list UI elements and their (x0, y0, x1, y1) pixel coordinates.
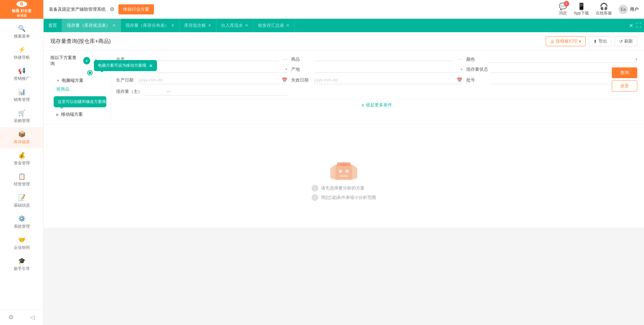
filter-row-2: 尺码 ▾ 产地 ▾ (116, 66, 637, 73)
sidebar-item-enterprise[interactable]: 🤝 企业协同 (0, 233, 43, 254)
goods-dots-icon[interactable]: ··· (458, 56, 462, 62)
main-content: 现存量查询(按仓库+商品) 🖨 按模板打印 ▾ ⬆ 导出 ↺ 刷新 (44, 32, 644, 325)
stock-sep: — (166, 89, 171, 94)
sidebar-item-quick-nav[interactable]: ⚡ 快捷导航 (0, 43, 43, 64)
svg-rect-0 (335, 165, 352, 180)
logo-area: 6 畅通·好生意 标准版 (0, 0, 43, 19)
produce-date-start[interactable]: yyyy-mm-dd 📅 (139, 76, 287, 84)
logo-sub: 标准版 (17, 13, 27, 18)
page-title: 现存量查询(按仓库+商品) (50, 38, 111, 45)
page-header: 现存量查询(按仓库+商品) 🖨 按模板打印 ▾ ⬆ 导出 ↺ 刷新 (44, 32, 644, 51)
tab-home-label: 首页 (48, 22, 57, 29)
tab-close-icon[interactable]: ✕ (286, 23, 289, 28)
field-origin: 产地 ▾ (291, 66, 462, 73)
tab-maximize-icon[interactable]: ⛶ (636, 22, 641, 29)
empty-illustration (327, 151, 361, 185)
stock-status-label: 现存量状态 (466, 66, 488, 72)
refresh-button[interactable]: ↺ 刷新 (615, 36, 637, 46)
online-support-item[interactable]: 🎧 在线客服 (596, 2, 612, 16)
filter-row-3: 生产日期 yyyy-mm-dd 📅 失效日期 yyyy-mm-dd (116, 76, 637, 84)
sidebar-item-label: 搜索菜单 (14, 34, 30, 39)
tooltip1-bubble-wrap: 电脑方案可设为移动方案哦 ✕ (94, 60, 157, 71)
pc-scheme-item-1[interactable]: 按商品 (54, 85, 106, 94)
tab-in-out-flow[interactable]: 出入库流水 ✕ (216, 19, 253, 32)
size-select[interactable]: ▾ (139, 66, 287, 73)
purchase-icon: 🛒 (18, 109, 25, 117)
nav-menu: 🔍 搜索菜单 ⚡ 快捷导航 📢 营销推广 📊 销售管理 🛒 采购管理 📦 库存核… (0, 19, 43, 309)
size-arrow-icon: ▾ (285, 67, 287, 71)
field-color: 颜色 ▾ (466, 56, 637, 63)
quick-nav-icon: ⚡ (18, 46, 25, 53)
warehouse-dots-icon[interactable]: ··· (283, 56, 287, 62)
trial-button[interactable]: 体验行业方案 (118, 4, 154, 14)
produce-date-calendar-icon[interactable]: 📅 (282, 77, 287, 83)
collapse-button[interactable]: ∧ 收起更多条件 (116, 99, 637, 111)
scheme-panel: 按以下方案查询 + ✎ « 电脑方案可设为移动方案哦 ✕ (50, 55, 111, 120)
tab-batch-account[interactable]: 库存批次账 ✕ (179, 19, 216, 32)
goods-input[interactable] (314, 58, 454, 61)
tab-recv-send[interactable]: 收发存汇总表 ✕ (253, 19, 294, 32)
step1-text: 请先选择要分析的方案 (321, 185, 365, 191)
sidebar-item-sales[interactable]: 📊 销售管理 (0, 85, 43, 106)
tooltip2-close[interactable]: ✕ (109, 99, 113, 105)
tab-close-icon[interactable]: ✕ (112, 23, 116, 28)
sidebar-item-finance[interactable]: 💰 资金管理 (0, 148, 43, 169)
tab-home[interactable]: 首页 (44, 19, 62, 32)
tab-stock-dist[interactable]: 现存量（库存分布表） ✕ (121, 19, 179, 32)
export-button[interactable]: ⬆ 导出 (589, 36, 611, 46)
pc-scheme-label: 电脑端方案 (62, 77, 84, 84)
expire-date-start[interactable]: yyyy-mm-dd 📅 (314, 76, 462, 84)
tab-close-icon[interactable]: ✕ (245, 23, 248, 28)
tooltip2-container: 这里可以创建和修改方案哦 ✕ (54, 96, 106, 107)
sidebar-item-operation[interactable]: 📋 经营管理 (0, 169, 43, 191)
tab-close-icon[interactable]: ✕ (208, 23, 211, 28)
sidebar-item-label: 基础信息 (14, 203, 30, 208)
search-menu-icon: 🔍 (18, 25, 25, 32)
dot-indicator (88, 71, 92, 75)
export-icon: ⬆ (593, 39, 597, 44)
logo-icon: 6 (16, 1, 27, 7)
add-scheme-button[interactable]: + (83, 57, 91, 64)
tab-stock-status[interactable]: 现存量（库存状况表） ✕ (62, 19, 121, 32)
tab-right-actions: ✕ ⛶ (629, 22, 644, 29)
expire-date-calendar-icon[interactable]: 📅 (457, 77, 462, 83)
search-button[interactable]: 查询 (612, 67, 637, 78)
message-icon-item[interactable]: 💬 消息 9 (559, 2, 567, 16)
svg-point-4 (339, 170, 342, 173)
reset-button[interactable]: 设置 (612, 80, 637, 92)
tab-close-all-icon[interactable]: ✕ (629, 22, 633, 29)
tab-bar: 首页 现存量（库存状况表） ✕ 现存量（库存分布表） ✕ 库存批次账 ✕ 出入库… (44, 19, 644, 32)
scheme-tree: ▼ 电脑端方案 按商品 这里可以创建和修改方案哦 ✕ (54, 76, 106, 119)
mobile-scheme-arrow: ▶ (56, 113, 59, 116)
sidebar-item-inventory[interactable]: 📦 库存核算 (0, 127, 43, 148)
message-label: 消息 (559, 10, 567, 16)
tab-close-icon[interactable]: ✕ (171, 23, 174, 28)
content-area: 现存量查询(按仓库+商品) 🖨 按模板打印 ▾ ⬆ 导出 ↺ 刷新 (44, 32, 644, 228)
sidebar-bottom: ⚙ ◁ (0, 309, 43, 325)
sidebar-item-basic-info[interactable]: 📝 基础信息 (0, 191, 43, 212)
sidebar-item-system[interactable]: ⚙️ 系统管理 (0, 212, 43, 233)
empty-step-1: 1 请先选择要分析的方案 (312, 185, 376, 192)
origin-select[interactable]: ▾ (314, 66, 462, 73)
filter-row-4: 现存量（主） — (116, 88, 637, 96)
warehouse-input[interactable] (139, 58, 279, 61)
sidebar-item-marketing[interactable]: 📢 营销推广 (0, 64, 43, 85)
pc-scheme-header[interactable]: ▼ 电脑端方案 (54, 76, 106, 85)
svg-marker-8 (352, 165, 357, 180)
user-area[interactable]: Ea 用户 (619, 5, 639, 14)
app-download-item[interactable]: 📱 App下载 (574, 2, 589, 16)
system-settings-icon[interactable]: ⚙ (110, 6, 114, 12)
expire-date-placeholder: yyyy-mm-dd (314, 77, 338, 83)
tooltip1-close[interactable]: ✕ (149, 63, 153, 68)
operation-icon: 📋 (18, 173, 25, 180)
sidebar-item-search-menu[interactable]: 🔍 搜索菜单 (0, 21, 43, 43)
template-print-button[interactable]: 🖨 按模板打印 ▾ (546, 36, 586, 46)
settings-icon[interactable]: ⚙ (8, 314, 14, 321)
color-select[interactable]: ▾ (489, 56, 637, 63)
collapse-sidebar-icon[interactable]: ◁ (30, 314, 35, 321)
collapse-label: 收起更多条件 (366, 102, 392, 108)
sidebar-item-purchase[interactable]: 🛒 采购管理 (0, 106, 43, 127)
stock-min-input[interactable] (145, 89, 165, 94)
mobile-scheme-header[interactable]: ▶ 移动端方案 (54, 110, 106, 119)
sidebar-item-guide[interactable]: 🎓 新手引导 (0, 254, 43, 275)
